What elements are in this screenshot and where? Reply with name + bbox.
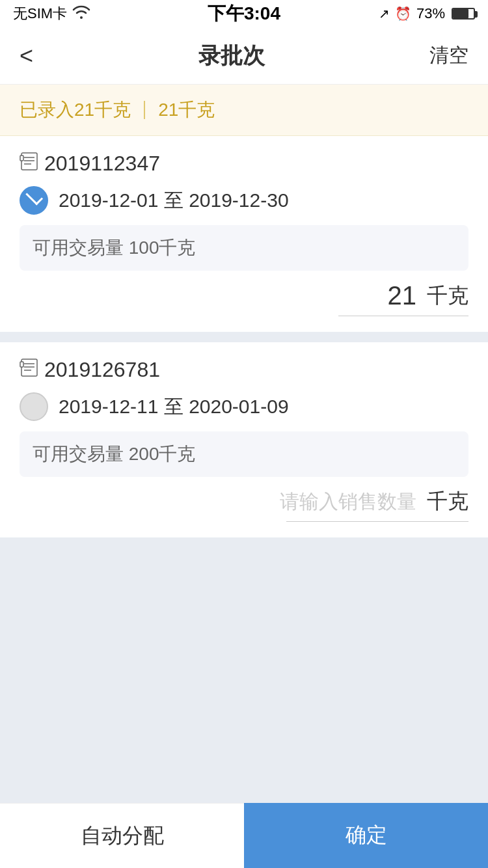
batch-1-date: 2019-12-01 至 2019-12-30	[59, 187, 289, 214]
info-banner: 已录入21千克 21千克	[0, 85, 488, 136]
info-divider	[144, 101, 145, 119]
batch-1-id: 2019112347	[44, 152, 160, 176]
battery-text: 73%	[416, 5, 445, 22]
carrier-text: 无SIM卡	[13, 4, 67, 23]
spacer-2	[0, 522, 488, 537]
status-right: ↗ ⏰ 73%	[379, 5, 475, 22]
batch-2-id-row: 2019126781	[20, 358, 468, 382]
batch-1-quantity-row: 21 千克	[0, 271, 488, 310]
back-button[interactable]: <	[20, 42, 33, 70]
checkmark-icon	[25, 188, 43, 206]
batch-1-date-row: 2019-12-01 至 2019-12-30	[20, 186, 468, 215]
batch-2-available: 可用交易量 200千克	[20, 431, 468, 477]
batch-1-quantity-unit: 千克	[427, 282, 468, 310]
batch-2-date: 2019-12-11 至 2020-01-09	[59, 394, 289, 420]
svg-rect-5	[21, 359, 37, 376]
spacer-1	[0, 316, 488, 332]
batch-1-item: 2019112347 2019-12-01 至 2019-12-30	[0, 136, 488, 215]
batch-1-checkbox[interactable]	[20, 186, 48, 215]
section-divider-2	[0, 537, 488, 548]
alarm-icon: ⏰	[395, 6, 411, 21]
bottom-bar: 自动分配 确定	[0, 803, 488, 868]
auto-distribute-button[interactable]: 自动分配	[0, 803, 244, 868]
svg-rect-9	[20, 362, 23, 367]
status-time: 下午3:04	[208, 1, 280, 26]
batch-2-input-unit: 千克	[427, 487, 468, 516]
battery-icon	[452, 8, 475, 20]
batch-2-id-icon	[20, 358, 39, 382]
batch-1-id-icon	[20, 152, 39, 176]
section-divider	[0, 332, 488, 342]
svg-rect-0	[21, 153, 37, 170]
location-icon: ↗	[379, 6, 390, 21]
batch-2-date-row: 2019-12-11 至 2020-01-09	[20, 392, 468, 421]
status-left: 无SIM卡	[13, 4, 90, 23]
batch-2-id: 2019126781	[44, 358, 160, 382]
wifi-icon	[72, 5, 90, 23]
recorded-value: 21千克	[158, 98, 215, 122]
nav-bar: < 录批次 清空	[0, 27, 488, 85]
batch-2-item: 2019126781 2019-12-11 至 2020-01-09	[0, 342, 488, 421]
batch-1-available: 可用交易量 100千克	[20, 225, 468, 271]
confirm-button[interactable]: 确定	[244, 803, 488, 868]
batch-2-section: 2019126781 2019-12-11 至 2020-01-09 可用交易量…	[0, 342, 488, 537]
nav-title: 录批次	[198, 41, 265, 71]
svg-rect-4	[20, 156, 23, 161]
clear-button[interactable]: 清空	[429, 42, 468, 69]
batch-1-id-row: 2019112347	[20, 152, 468, 176]
batch-1-quantity-value[interactable]: 21	[388, 281, 417, 310]
batch-2-input-row: 请输入销售数量 千克	[0, 477, 488, 516]
batch-2-input-placeholder[interactable]: 请输入销售数量	[280, 489, 416, 515]
recorded-label: 已录入21千克	[20, 98, 131, 122]
gray-area	[0, 548, 488, 821]
batch-1-section: 2019112347 2019-12-01 至 2019-12-30 可用交易量…	[0, 136, 488, 332]
status-bar: 无SIM卡 下午3:04 ↗ ⏰ 73%	[0, 0, 488, 27]
batch-2-checkbox[interactable]	[20, 392, 48, 421]
